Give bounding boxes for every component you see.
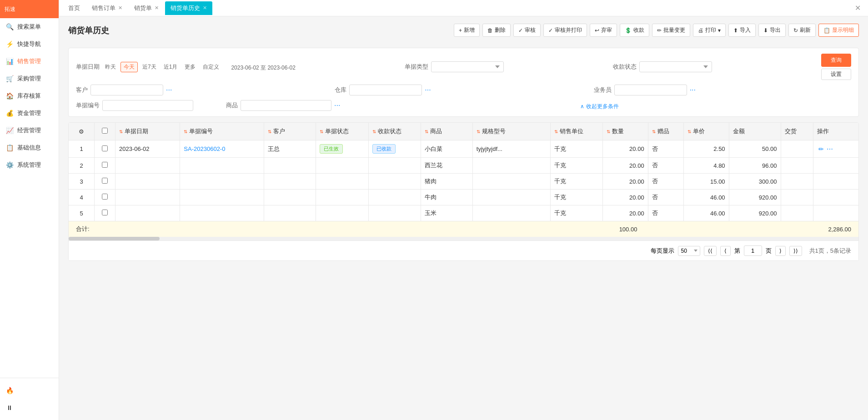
sidebar-item-purchase-mgmt[interactable]: 🛒采购管理 — [0, 70, 59, 87]
toolbar-btn-audit[interactable]: ✓审核 — [513, 24, 541, 37]
toolbar-btn-audit-print[interactable]: ✓审核并打印 — [543, 24, 587, 37]
toolbar-btn-batch-change[interactable]: ✏批量变更 — [652, 24, 690, 37]
tab-sales-order[interactable]: 销售订单✕ — [86, 1, 128, 15]
scrollbar-thumb[interactable] — [69, 237, 160, 240]
action-edit-icon[interactable]: ✏ — [818, 145, 824, 153]
cell-date: 2023-06-02 — [115, 140, 180, 158]
sidebar-item-inventory[interactable]: 🏠库存核算 — [0, 87, 59, 105]
tab-label-sales-history: 销货单历史 — [171, 4, 200, 12]
date-label: 单据日期 — [76, 63, 100, 71]
cell-action — [813, 174, 858, 190]
row-checkbox[interactable] — [102, 210, 108, 215]
date-tag-1month[interactable]: 近1月 — [161, 62, 181, 72]
action-more-icon[interactable]: ⋯ — [827, 145, 833, 153]
th-product[interactable]: ⇅商品 — [421, 123, 472, 140]
collapse-button[interactable]: ∧ 收起更多条件 — [580, 103, 619, 110]
sidebar-item-quick-nav[interactable]: ⚡快捷导航 — [0, 35, 59, 53]
warehouse-input[interactable] — [349, 85, 422, 95]
cell-check[interactable] — [95, 190, 115, 205]
date-tag-today[interactable]: 今天 — [120, 62, 138, 72]
cell-amount: 920.00 — [729, 205, 781, 221]
doc-type-select[interactable] — [431, 61, 504, 72]
th-date[interactable]: ⇅单据日期 — [115, 123, 180, 140]
cell-check[interactable] — [95, 140, 115, 158]
sidebar-item-operation-mgmt[interactable]: 📈经营管理 — [0, 122, 59, 139]
sidebar-item-finance-mgmt[interactable]: 💰资金管理 — [0, 105, 59, 122]
toolbar-btn-delete[interactable]: 🗑删除 — [482, 24, 511, 37]
date-tag-more[interactable]: 更多 — [182, 62, 198, 72]
cell-check[interactable] — [95, 174, 115, 190]
salesperson-input[interactable] — [614, 85, 687, 95]
customer-input[interactable] — [90, 85, 163, 95]
setting-button[interactable]: 设置 — [821, 69, 851, 80]
next-page-button[interactable]: ⟩ — [775, 246, 786, 256]
th-qty[interactable]: ⇅数量 — [603, 123, 648, 140]
th-unit[interactable]: ⇅销售单位 — [550, 123, 602, 140]
th-pay-status[interactable]: ⇅收款状态 — [368, 123, 421, 140]
th-check[interactable] — [95, 123, 115, 140]
row-checkbox[interactable] — [102, 178, 108, 184]
select-all-checkbox[interactable] — [102, 128, 108, 134]
toolbar-btn-show-detail[interactable]: 📋显示明细 — [818, 24, 859, 37]
th-status[interactable]: ⇅单据状态 — [316, 123, 368, 140]
prev-page-button[interactable]: ⟨ — [720, 246, 731, 256]
th-amount-label: 金额 — [733, 127, 745, 135]
date-tag-yesterday[interactable]: 昨天 — [102, 62, 119, 72]
th-no[interactable]: ⇅单据编号 — [180, 123, 264, 140]
tab-sales-history[interactable]: 销货单历史✕ — [165, 1, 212, 15]
horizontal-scrollbar[interactable] — [69, 237, 858, 240]
th-price[interactable]: ⇅单价 — [683, 123, 729, 140]
th-gift[interactable]: ⇅赠品 — [648, 123, 683, 140]
sidebar-item-sales-mgmt[interactable]: 📊销售管理 — [0, 53, 59, 70]
th-settings[interactable]: ⚙ — [69, 123, 95, 140]
settings-icon[interactable]: ⚙ — [79, 128, 84, 135]
product-dots[interactable]: ··· — [334, 101, 340, 110]
sidebar-item-system-mgmt[interactable]: ⚙️系统管理 — [0, 156, 59, 174]
toolbar-btn-collect[interactable]: 💲收款 — [620, 24, 649, 37]
doc-no-input[interactable] — [102, 100, 193, 111]
toolbar-btn-print[interactable]: 🖨打印▾ — [693, 24, 726, 37]
warehouse-dots[interactable]: ··· — [425, 86, 431, 94]
tab-close-sales-history[interactable]: ✕ — [203, 5, 207, 11]
tab-close-sales-order[interactable]: ✕ — [118, 5, 122, 11]
row-checkbox[interactable] — [102, 145, 108, 151]
th-spec[interactable]: ⇅规格型号 — [472, 123, 550, 140]
th-customer[interactable]: ⇅客户 — [264, 123, 316, 140]
last-page-button[interactable]: ⟩⟩ — [789, 246, 802, 256]
toolbar-btn-abandon[interactable]: ↩弃审 — [590, 24, 617, 37]
date-tag-custom[interactable]: 自定义 — [200, 62, 222, 72]
toolbar-btn-add[interactable]: +新增 — [454, 24, 480, 37]
sidebar-item-pause[interactable]: ⏸ — [0, 399, 59, 416]
filter-doc-no: 单据编号 — [76, 100, 193, 111]
tab-sales-goods[interactable]: 销货单✕ — [129, 1, 164, 15]
sort-icon-price: ⇅ — [687, 129, 691, 134]
per-page-select[interactable]: 50 100 — [678, 246, 700, 256]
sidebar-item-basic-info[interactable]: 📋基础信息 — [0, 139, 59, 156]
tab-close-sales-goods[interactable]: ✕ — [155, 5, 159, 11]
pay-status-select[interactable] — [639, 61, 712, 72]
sidebar-icon-finance-mgmt: 💰 — [5, 109, 14, 117]
cell-price: 46.00 — [683, 205, 729, 221]
page-input[interactable]: 1 — [744, 245, 762, 256]
toolbar-btn-import[interactable]: ⬆导入 — [728, 24, 756, 37]
product-input[interactable] — [241, 100, 331, 111]
salesperson-dots[interactable]: ··· — [690, 86, 696, 94]
doc-no-link[interactable]: SA-20230602-0 — [184, 145, 225, 152]
doc-type-label: 单据类型 — [405, 63, 428, 71]
customer-dots[interactable]: ··· — [166, 86, 172, 94]
cell-date — [115, 205, 180, 221]
sidebar-item-search-menu[interactable]: 🔍搜索菜单 — [0, 18, 59, 35]
query-button[interactable]: 查询 — [821, 54, 851, 67]
toolbar-btn-refresh[interactable]: ↻刷新 — [788, 24, 816, 37]
cell-check[interactable] — [95, 158, 115, 174]
cell-check[interactable] — [95, 205, 115, 221]
toolbar-btn-export[interactable]: ⬇导出 — [758, 24, 786, 37]
window-close-button[interactable]: ✕ — [851, 4, 864, 12]
row-checkbox[interactable] — [102, 194, 108, 200]
tab-home[interactable]: 首页 — [63, 1, 85, 15]
row-checkbox[interactable] — [102, 162, 108, 168]
table-row: 2 西兰花 千克 20.00 否 4.80 96.00 — [69, 158, 858, 174]
sidebar-item-fire[interactable]: 🔥 — [0, 382, 59, 399]
first-page-button[interactable]: ⟨⟨ — [704, 246, 717, 256]
date-tag-7days[interactable]: 近7天 — [140, 62, 159, 72]
